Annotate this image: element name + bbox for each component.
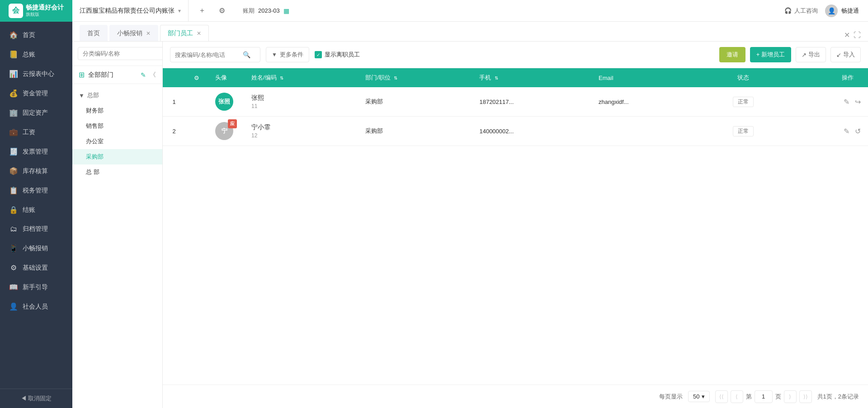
- col-settings[interactable]: ⚙: [185, 68, 208, 87]
- dept-item-finance[interactable]: 财务部: [72, 103, 162, 118]
- checkbox-icon: ✓: [315, 51, 322, 58]
- sidebar-item-inventory[interactable]: 📦 库存核算: [0, 161, 72, 181]
- per-page-arrow: ▾: [702, 393, 705, 400]
- dept-search-input[interactable]: [78, 47, 163, 60]
- close-period-icon: 🔒: [9, 206, 18, 214]
- sidebar-item-archive[interactable]: 🗂 归档管理: [0, 220, 72, 239]
- dept-item-sales[interactable]: 销售部: [72, 118, 162, 134]
- sidebar-item-guide-label: 新手引导: [23, 283, 48, 291]
- logout-icon[interactable]: ↪: [855, 98, 861, 106]
- dept-item-general[interactable]: 总 部: [72, 164, 162, 180]
- sidebar-item-settings[interactable]: ⚙ 基础设置: [0, 258, 72, 277]
- company-area[interactable]: 江西服宝精品有限责任公司内账张 ▾: [72, 0, 189, 21]
- dept-header: ⊞ 全部部门 ✎ 《: [72, 66, 162, 84]
- service-label: 人工咨询: [794, 7, 818, 15]
- add-tab-button[interactable]: ＋: [196, 5, 208, 17]
- logo-sub: 旗舰版: [26, 11, 64, 18]
- col-status: 状态: [700, 68, 787, 87]
- emp-search-icon[interactable]: 🔍: [243, 51, 250, 58]
- dept-edit-icon[interactable]: ✎: [141, 71, 146, 79]
- dept-office-label: 办公室: [86, 137, 104, 145]
- invoice-icon: 🧾: [9, 147, 18, 156]
- col-dept[interactable]: 部门/职位 ⇅: [358, 68, 472, 87]
- row2-dept: 采购部: [358, 117, 472, 146]
- tab-dept-label: 部门员工: [168, 29, 193, 38]
- sidebar-item-tax[interactable]: 📋 税务管理: [0, 181, 72, 200]
- tab-expense[interactable]: 小畅报销 ✕: [109, 25, 158, 41]
- col-name[interactable]: 姓名/编码 ⇅: [244, 68, 358, 87]
- col-ops: 操作: [786, 68, 868, 87]
- row1-settings: [185, 87, 208, 117]
- sidebar-item-funds[interactable]: 💰 资金管理: [0, 84, 72, 103]
- dept-finance-label: 财务部: [86, 107, 104, 115]
- edit-icon[interactable]: ✎: [844, 127, 849, 136]
- dept-item-purchase[interactable]: 采购部: [72, 149, 162, 164]
- edit-icon[interactable]: ✎: [844, 98, 849, 106]
- sidebar-item-reports-label: 云报表中心: [23, 70, 54, 78]
- reports-icon: 📊: [9, 70, 18, 78]
- refresh-icon[interactable]: ↺: [855, 127, 861, 136]
- home-icon: 🏠: [9, 31, 18, 39]
- dept-header-actions: ✎ 《: [141, 71, 156, 79]
- top-right: 🎧 人工咨询 👤 畅捷通: [784, 5, 868, 17]
- emp-search-input[interactable]: [175, 52, 243, 58]
- dept-item-office[interactable]: 办公室: [72, 134, 162, 149]
- show-resigned-label: 显示离职员工: [325, 51, 360, 59]
- company-name: 江西服宝精品有限责任公司内账张: [80, 7, 175, 15]
- first-page-button[interactable]: ⟨⟨: [715, 390, 728, 403]
- tab-dept-employee[interactable]: 部门员工 ✕: [160, 25, 209, 41]
- filter-button[interactable]: ▼ 更多条件: [266, 47, 309, 62]
- next-page-button[interactable]: ⟩: [784, 390, 797, 403]
- add-employee-button[interactable]: + 新增员工: [750, 47, 791, 62]
- sidebar-item-close[interactable]: 🔒 结账: [0, 200, 72, 220]
- logo-text-area: 畅捷通好会计 旗舰版: [26, 4, 64, 18]
- tab-expense-close[interactable]: ✕: [146, 30, 151, 37]
- export-button[interactable]: ↗ 导出: [796, 47, 826, 62]
- show-resigned-checkbox[interactable]: ✓ 显示离职员工: [315, 51, 360, 59]
- sidebar-item-ledger[interactable]: 📒 总账: [0, 45, 72, 64]
- prev-page-button[interactable]: ⟨: [731, 390, 743, 403]
- dept-grid-icon: ⊞: [79, 70, 85, 79]
- sidebar-item-invoice[interactable]: 🧾 发票管理: [0, 142, 72, 161]
- page-input[interactable]: [755, 390, 773, 403]
- headset-icon: 🎧: [784, 7, 792, 14]
- sidebar-item-guide[interactable]: 📖 新手引导: [0, 277, 72, 297]
- sidebar-item-salary-label: 工资: [23, 128, 35, 136]
- content-area: 首页 小畅报销 ✕ 部门员工 ✕ ✕ ⛶ 🔍: [72, 22, 868, 408]
- tab-home-label: 首页: [87, 29, 100, 38]
- cancel-fixed-button[interactable]: ◀ 取消固定: [0, 389, 72, 408]
- settings-button[interactable]: ⚙: [216, 5, 228, 17]
- sidebar-item-staff[interactable]: 👤 社会人员: [0, 297, 72, 316]
- status-badge: 正常: [733, 97, 754, 107]
- expand-icon[interactable]: ⛶: [854, 31, 861, 39]
- service-button[interactable]: 🎧 人工咨询: [784, 7, 818, 15]
- user-area[interactable]: 👤 畅捷通: [825, 5, 859, 17]
- export-label: 导出: [808, 51, 820, 59]
- calendar-icon[interactable]: ▦: [283, 7, 289, 14]
- col-phone[interactable]: 手机 ⇅: [472, 68, 591, 87]
- logo-area[interactable]: 会 畅捷通好会计 旗舰版: [0, 0, 72, 22]
- user-avatar: 👤: [825, 5, 838, 17]
- top-bar: 会 畅捷通好会计 旗舰版 江西服宝精品有限责任公司内账张 ▾ ＋ ⚙ 账期 20…: [0, 0, 868, 22]
- dropdown-icon[interactable]: ▾: [178, 8, 181, 14]
- filter-icon: ▼: [272, 52, 277, 58]
- per-page-select[interactable]: 50 ▾: [688, 391, 709, 402]
- dept-header-left: ⊞ 全部部门: [79, 70, 113, 79]
- sidebar-item-salary[interactable]: 💼 工资: [0, 122, 72, 142]
- row2-name-cell: 宁小霏 12: [244, 117, 358, 146]
- logo-text: 畅捷通好会计: [26, 4, 64, 11]
- last-page-button[interactable]: ⟩⟩: [799, 390, 812, 403]
- tab-dept-close[interactable]: ✕: [197, 30, 201, 37]
- import-button[interactable]: ↙ 导入: [830, 47, 861, 62]
- tab-home[interactable]: 首页: [80, 25, 108, 41]
- row2-settings: [185, 117, 208, 146]
- employee-panel: 🔍 ▼ 更多条件 ✓ 显示离职员工 邀请: [163, 42, 868, 408]
- sidebar-item-reports[interactable]: 📊 云报表中心: [0, 64, 72, 84]
- invite-button[interactable]: 邀请: [719, 47, 745, 62]
- dept-item-zongbu-parent[interactable]: ▼ 总部: [72, 88, 162, 103]
- close-tab-icon[interactable]: ✕: [844, 31, 850, 39]
- dept-collapse-icon[interactable]: 《: [150, 71, 156, 79]
- sidebar-item-assets[interactable]: 🏢 固定资产: [0, 103, 72, 122]
- sidebar-item-expense[interactable]: 📱 小畅报销: [0, 239, 72, 258]
- sidebar-item-home[interactable]: 🏠 首页: [0, 25, 72, 45]
